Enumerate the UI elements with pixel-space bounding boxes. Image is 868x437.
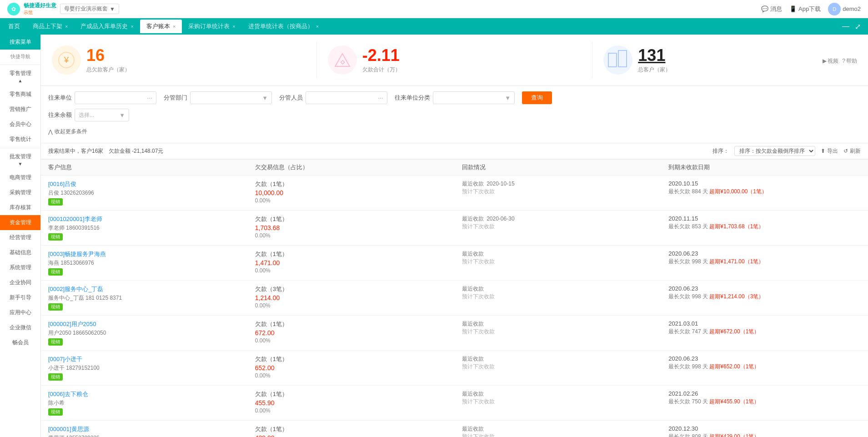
overdue-link[interactable]: 超期¥1,703.68（1笔） <box>709 223 764 230</box>
balance-label: 往来余额 <box>48 111 72 119</box>
collapse-button[interactable]: ⋀ 收起更多条件 <box>48 126 861 137</box>
tab-customer-account[interactable]: 客户账本 × <box>140 20 182 33</box>
overdue-info: 最长欠款 853 天 超期¥1,703.68（1笔） <box>668 223 861 231</box>
close-tab-goods[interactable]: × <box>65 24 68 29</box>
overdue-link[interactable]: 超期¥1,471.00（1笔） <box>709 258 764 265</box>
sidebar-item-member[interactable]: 会员中心 <box>0 117 40 132</box>
filter-unit-category: 往来单位分类 ▼ <box>395 91 515 104</box>
overdue-link[interactable]: 超期¥652.00（1笔） <box>709 363 759 370</box>
sidebar-item-batch-mgmt[interactable]: 批发管理 ▼ <box>0 149 40 170</box>
customer-name-link[interactable]: [0001020001]李老师 <box>48 216 102 222</box>
close-tab-inbound-stats[interactable]: × <box>316 24 319 29</box>
search-button[interactable]: 查询 <box>522 91 552 104</box>
from-unit-input[interactable]: ··· <box>75 91 156 104</box>
sidebar-item-retail-stats[interactable]: 零售统计 <box>0 132 40 147</box>
overdue-link[interactable]: 超期¥455.90（1笔） <box>709 398 759 405</box>
overdue-info: 最长欠款 998 天 超期¥1,214.00（3笔） <box>668 293 861 301</box>
sidebar-item-ecommerce[interactable]: 电商管理 <box>0 170 40 185</box>
overdue-link[interactable]: 超期¥672.00（1笔） <box>709 328 759 335</box>
last-collection: 最近收款 <box>462 320 654 328</box>
sidebar-item-marketing[interactable]: 营销推广 <box>0 102 40 117</box>
chevron-icon: ▲ <box>18 78 23 83</box>
sidebar-item-retail-mall[interactable]: 零售商城 <box>0 87 40 102</box>
owed-info-cell: 欠款（1笔） 652.00 0.00% <box>248 351 455 386</box>
owed-percent: 0.00% <box>255 232 447 239</box>
tab-home[interactable]: 首页 <box>2 20 26 33</box>
nav-tabs: 首页 商品上下架 × 产成品入库单历史 × 客户账本 × 采购订单统计表 × 进… <box>0 18 868 35</box>
sidebar-item-new-guide[interactable]: 新手引导 <box>0 290 40 305</box>
customer-phone: 海燕 18513066976 <box>48 259 241 267</box>
export-button[interactable]: ⬆ 导出 <box>821 147 838 155</box>
due-date-cell: 2021.03.01 最长欠款 747 天 超期¥672.00（1笔） <box>661 316 868 351</box>
sidebar-item-member-plus[interactable]: 畅会员 <box>0 335 40 350</box>
sidebar-item-purchase[interactable]: 采购管理 <box>0 185 40 200</box>
owed-info-cell: 欠款（1笔） 429.00 0.00% <box>248 421 455 437</box>
minimize-icon[interactable]: — <box>840 21 851 32</box>
tab-goods[interactable]: 商品上下架 × <box>26 20 74 33</box>
overdue-link[interactable]: 超期¥10,000.00（1笔） <box>709 188 767 195</box>
sidebar-item-basic-info[interactable]: 基础信息 <box>0 245 40 260</box>
owed-percent: 0.00% <box>255 197 447 204</box>
tab-inbound-stats[interactable]: 进货单统计表（按商品） × <box>242 20 325 33</box>
dept-select[interactable]: ▼ <box>190 91 272 104</box>
customer-name-link[interactable]: [0003]畅捷服务尹海燕 <box>48 251 106 257</box>
sidebar-item-capital[interactable]: 资金管理 <box>0 215 40 230</box>
customer-name-link[interactable]: [0006]去下粮仓 <box>48 391 88 397</box>
customer-name-link[interactable]: [0016]吕俊 <box>48 181 76 187</box>
sidebar-search[interactable]: 搜索菜单 <box>0 35 40 50</box>
sidebar-item-operations[interactable]: 经营管理 <box>0 230 40 245</box>
next-collection: 预计下次收款 <box>462 328 654 336</box>
overdue-link[interactable]: 超期¥429.00（1笔） <box>709 433 759 437</box>
customer-name-link[interactable]: [000001]黄思源 <box>48 426 89 432</box>
customer-name-link[interactable]: [0002]服务中心_丁磊 <box>48 286 103 292</box>
refresh-button[interactable]: ↺ 刷新 <box>843 147 861 155</box>
owed-count: 欠款（1笔） <box>255 425 447 433</box>
customer-tag: 现销 <box>48 338 63 346</box>
maximize-icon[interactable]: ⤢ <box>853 21 863 32</box>
sidebar-item-enterprise-wechat[interactable]: 企业微信 <box>0 320 40 335</box>
help-link[interactable]: ? 帮助 <box>842 57 857 65</box>
video-icon: ▶ <box>823 58 827 64</box>
user-menu[interactable]: D demo2 <box>828 3 861 15</box>
customer-tag: 现销 <box>48 408 63 416</box>
overdue-link[interactable]: 超期¥1,214.00（3笔） <box>709 293 764 300</box>
sidebar-item-app-center[interactable]: 应用中心 <box>0 305 40 320</box>
close-tab-customer-account[interactable]: × <box>173 24 176 29</box>
table-row: [0001020001]李老师 李老师 18600391516 现销 欠款（1笔… <box>41 211 868 246</box>
summary-cards: ¥ 16 总欠款客户（家） ◇ -2.11 欠款合计（万） <box>41 35 868 86</box>
customer-phone: 陈小希 <box>48 399 241 407</box>
svg-text:¥: ¥ <box>64 55 69 65</box>
top-header: ✿ 畅捷通好生意 示范 母婴行业演示账套 ▼ 💬 消息 📱 App下载 D de… <box>0 0 868 18</box>
close-tab-produce[interactable]: × <box>130 24 133 29</box>
unit-category-select[interactable]: ▼ <box>433 91 515 104</box>
sidebar-item-enterprise[interactable]: 企业协同 <box>0 275 40 290</box>
customer-name-link[interactable]: [000002]用户2050 <box>48 321 96 327</box>
due-date: 2020.11.15 <box>668 215 861 222</box>
customer-name-link[interactable]: [0007]小迸干 <box>48 356 82 362</box>
industry-selector[interactable]: 母婴行业演示账套 ▼ <box>60 4 119 14</box>
collection-cell: 最近收款 2020-06-30 预计下次收款 <box>455 211 662 246</box>
owed-percent: 0.00% <box>255 407 447 414</box>
close-tab-purchase-order[interactable]: × <box>232 24 235 29</box>
message-button[interactable]: 💬 消息 <box>761 5 782 13</box>
sidebar-item-inventory[interactable]: 库存核算 <box>0 200 40 215</box>
logo-text: 畅捷通好生意 示范 <box>24 2 56 16</box>
collection-cell: 最近收款 预计下次收款 <box>455 316 662 351</box>
video-link[interactable]: ▶ 视频 <box>823 57 838 65</box>
next-collection: 预计下次收款 <box>462 363 654 371</box>
owed-count: 欠款（3笔） <box>255 285 447 293</box>
sidebar-item-retail-mgmt[interactable]: 零售管理 ▲ <box>0 66 40 87</box>
total-customers-number: 131 <box>638 46 671 65</box>
from-unit-label: 往来单位 <box>48 94 72 102</box>
tab-produce[interactable]: 产成品入库单历史 × <box>74 20 140 33</box>
owed-info-cell: 欠款（3笔） 1,214.00 0.00% <box>248 281 455 316</box>
header-right: 💬 消息 📱 App下载 D demo2 <box>761 3 861 15</box>
balance-select[interactable]: 选择... ▼ <box>75 109 129 121</box>
customer-phone: 黄思源 13552700226 <box>48 434 241 437</box>
tab-purchase-order[interactable]: 采购订单统计表 × <box>182 20 241 33</box>
owed-info-cell: 欠款（1笔） 1,471.00 0.00% <box>248 246 455 281</box>
app-download-button[interactable]: 📱 App下载 <box>789 5 821 13</box>
sort-select[interactable]: 排序：按欠款金额倒序排序 <box>734 146 815 156</box>
person-input[interactable]: ··· <box>306 91 387 104</box>
sidebar-item-sys-mgmt[interactable]: 系统管理 <box>0 260 40 275</box>
